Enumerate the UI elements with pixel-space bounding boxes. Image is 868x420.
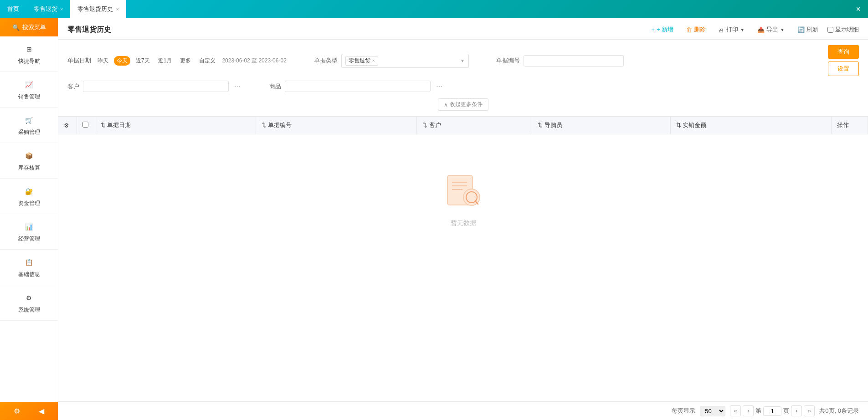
doc-type-label: 单据类型 (314, 56, 338, 65)
doc-type-tag-close[interactable]: × (372, 58, 375, 63)
window-close-button[interactable]: × (848, 5, 868, 14)
page-nav: « ‹ 第 页 › » (730, 405, 815, 416)
sidebar-collapse-icon[interactable]: ◀ (39, 407, 44, 415)
per-page-select[interactable]: 50 10 20 100 (700, 406, 725, 416)
delete-label: 删除 (694, 26, 706, 34)
page-text: 第 (755, 407, 761, 415)
sidebar-bottom: ⚙ ◀ (0, 402, 58, 420)
date-col-label: ⇅ 单据日期 (101, 122, 131, 128)
customer-more-icon[interactable]: ··· (232, 82, 242, 91)
customer-input[interactable] (83, 81, 229, 92)
collapse-button[interactable]: ∧ 收起更多条件 (438, 98, 488, 111)
table-header-checkbox[interactable] (77, 117, 95, 134)
doc-type-select[interactable]: 零售退货 × ▼ (341, 54, 469, 68)
filter-row-1: 单据日期 昨天 今天 近7天 近1月 更多 自定义 2023-06-02 至 2… (67, 45, 859, 76)
date-options: 昨天 今天 近7天 近1月 更多 自定义 (95, 56, 218, 66)
refresh-label: 刷新 (806, 26, 818, 34)
operations-icon: 📊 (23, 220, 36, 233)
basic-info-icon: 📋 (23, 256, 36, 269)
sidebar-item-quick-nav[interactable]: ⊞ 快捷导航 (0, 36, 58, 72)
sidebar: 🔍 搜索菜单 ⊞ 快捷导航 📈 销售管理 🛒 采购管理 📦 库存核算 🔐 (0, 18, 58, 420)
sidebar-settings-icon[interactable]: ⚙ (14, 407, 20, 415)
table-header-guide[interactable]: ⇅ 导购员 (532, 117, 670, 134)
table-header-doc-no[interactable]: ⇅ 单据编号 (256, 117, 416, 134)
table-header-customer[interactable]: ⇅ 客户 (417, 117, 532, 134)
customer-col-label: ⇅ 客户 (422, 122, 441, 128)
date-opt-today[interactable]: 今天 (114, 56, 130, 66)
table-header-date[interactable]: ⇅ 单据日期 (95, 117, 256, 134)
page-header: 零售退货历史 + + 新增 🗑 删除 🖨 打印 ▼ 📤 导出 (58, 18, 868, 40)
add-button[interactable]: + + 新增 (647, 24, 677, 36)
search-icon: 🔍 (12, 24, 20, 31)
sidebar-search[interactable]: 🔍 搜索菜单 (0, 18, 58, 36)
sidebar-item-system-mgmt-label: 系统管理 (18, 306, 40, 314)
doc-type-chevron-icon: ▼ (460, 58, 465, 63)
doc-no-input[interactable] (524, 55, 624, 67)
sidebar-item-finance-label: 资金管理 (18, 200, 40, 207)
prev-page-button[interactable]: ‹ (743, 405, 754, 416)
inventory-icon: 📦 (23, 149, 36, 162)
finance-icon: 🔐 (23, 185, 36, 198)
first-page-button[interactable]: « (730, 405, 741, 416)
sidebar-item-operations[interactable]: 📊 经营管理 (0, 214, 58, 250)
content-area: 零售退货历史 + + 新增 🗑 删除 🖨 打印 ▼ 📤 导出 (58, 18, 868, 420)
page-number-input[interactable] (763, 406, 781, 416)
tab-retail-return[interactable]: 零售退货 × (26, 0, 70, 18)
query-button[interactable]: 查询 (828, 45, 859, 59)
date-opt-more[interactable]: 更多 (177, 56, 194, 66)
tab-retail-return-close[interactable]: × (60, 6, 63, 12)
sidebar-item-quick-nav-label: 快捷导航 (18, 57, 40, 65)
select-all-checkbox[interactable] (82, 122, 88, 128)
table-header-amount[interactable]: ⇅ 实销金额 (670, 117, 831, 134)
date-filter-label: 单据日期 (67, 56, 91, 65)
goods-label: 商品 (269, 82, 281, 91)
sidebar-item-inventory-label: 库存核算 (18, 164, 40, 172)
goods-input[interactable] (285, 81, 431, 92)
page-unit: 页 (783, 407, 789, 415)
table-header-gear[interactable]: ⚙ (58, 117, 77, 134)
print-button[interactable]: 🖨 打印 ▼ (715, 24, 748, 36)
tab-retail-return-history-close[interactable]: × (116, 6, 118, 12)
tab-home[interactable]: 首页 (0, 0, 26, 18)
date-opt-1month[interactable]: 近1月 (155, 56, 175, 66)
tab-retail-return-history-label: 零售退货历史 (77, 5, 113, 13)
filter-date: 单据日期 昨天 今天 近7天 近1月 更多 自定义 2023-06-02 至 2… (67, 56, 287, 66)
delete-button[interactable]: 🗑 删除 (683, 24, 709, 36)
pagination-bar: 每页显示 50 10 20 100 « ‹ 第 页 › » 共0页, 0条记录 (58, 401, 868, 420)
goods-more-icon[interactable]: ··· (434, 82, 444, 91)
sidebar-item-purchase-mgmt[interactable]: 🛒 采购管理 (0, 108, 58, 143)
empty-icon (441, 171, 486, 212)
show-detail-checkbox[interactable] (827, 27, 833, 33)
tab-retail-return-history[interactable]: 零售退货历史 × (70, 0, 126, 18)
print-label: 打印 (726, 26, 738, 34)
amount-col-label: ⇅ 实销金额 (676, 122, 707, 128)
sidebar-item-sales-mgmt-label: 销售管理 (18, 93, 40, 101)
sidebar-item-inventory[interactable]: 📦 库存核算 (0, 143, 58, 179)
last-page-button[interactable]: » (804, 405, 815, 416)
date-opt-7days[interactable]: 近7天 (133, 56, 153, 66)
refresh-button[interactable]: 🔄 刷新 (794, 24, 822, 36)
doc-type-tag-label: 零售退货 (349, 57, 370, 65)
sidebar-search-label: 搜索菜单 (22, 23, 46, 31)
add-icon: + (651, 26, 655, 33)
filter-doc-type: 单据类型 零售退货 × ▼ (314, 54, 469, 68)
sales-mgmt-icon: 📈 (23, 78, 36, 91)
sidebar-item-system-mgmt[interactable]: ⚙ 系统管理 (0, 285, 58, 321)
show-detail-checkbox-label[interactable]: 显示明细 (827, 26, 859, 34)
customer-label: 客户 (67, 82, 79, 91)
collapse-label: 收起更多条件 (450, 101, 483, 108)
purchase-mgmt-icon: 🛒 (23, 114, 36, 127)
export-button[interactable]: 📤 导出 ▼ (754, 24, 788, 36)
settings-button[interactable]: 设置 (828, 61, 859, 76)
sidebar-item-basic-info[interactable]: 📋 基础信息 (0, 250, 58, 285)
next-page-button[interactable]: › (791, 405, 802, 416)
date-opt-yesterday[interactable]: 昨天 (95, 56, 111, 66)
sidebar-item-operations-label: 经营管理 (18, 235, 40, 243)
date-opt-custom[interactable]: 自定义 (196, 56, 218, 66)
page-title: 零售退货历史 (67, 25, 111, 35)
sidebar-item-finance[interactable]: 🔐 资金管理 (0, 179, 58, 214)
collapse-up-icon: ∧ (444, 102, 448, 108)
sidebar-item-sales-mgmt[interactable]: 📈 销售管理 (0, 72, 58, 108)
print-icon: 🖨 (719, 26, 724, 33)
system-mgmt-icon: ⚙ (23, 292, 36, 304)
